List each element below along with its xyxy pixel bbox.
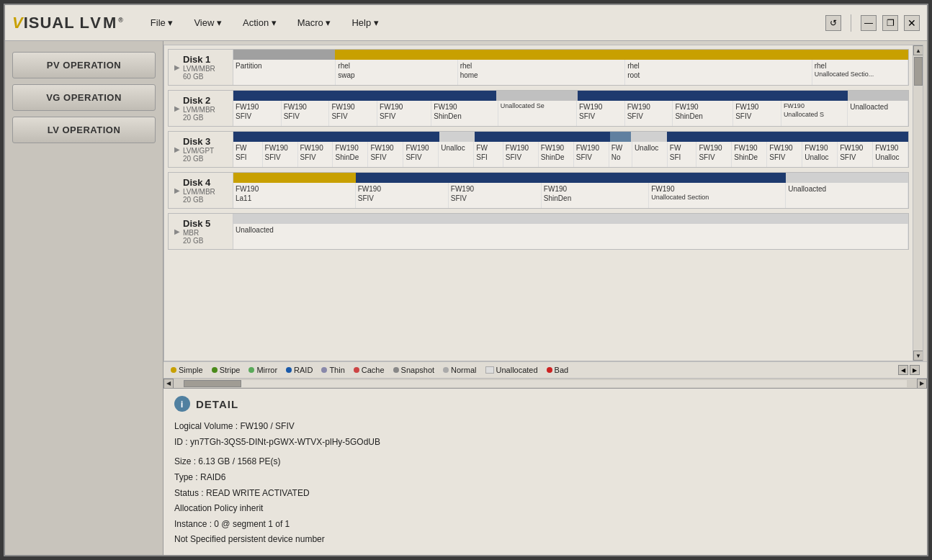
disk5-size: 20 GB: [183, 237, 210, 245]
disk2-seg-12[interactable]: Unalloacted: [848, 101, 908, 126]
disk4-seg-3[interactable]: FW190SFIV: [449, 183, 542, 208]
disk3-label-row: FWSFI FW190SFIV FW190SFIV FW190ShinDe FW…: [233, 142, 908, 167]
disk3-seg-7[interactable]: Unalloc: [439, 142, 474, 167]
disk3-seg-4[interactable]: FW190ShinDe: [333, 142, 368, 167]
detail-size-label: Size : 6.13 GB / 1568 PE(s): [174, 454, 916, 470]
normal-label: Normal: [451, 366, 476, 374]
disk3-seg-12[interactable]: FWNo: [609, 142, 632, 167]
cache-label: Cache: [362, 366, 385, 374]
disk3-seg-13[interactable]: Unalloc: [632, 142, 668, 167]
disk3-seg-5[interactable]: FW190SFIV: [368, 142, 403, 167]
menu-action[interactable]: Action ▾: [234, 14, 285, 32]
disk3-seg-18[interactable]: FW190Unalloc: [802, 142, 838, 167]
disk4-seg-1[interactable]: FW190La11: [233, 183, 356, 208]
disk1-seg-swap[interactable]: rhelswap: [336, 60, 457, 85]
disk3-seg-15[interactable]: FW190SFIV: [696, 142, 732, 167]
disk3-seg-6[interactable]: FW190SFIV: [403, 142, 439, 167]
disk5-seg-1[interactable]: Unalloacted: [233, 224, 908, 249]
menubar-left: VISUAL LVM® File ▾ View ▾ Action ▾ Macro…: [12, 14, 387, 32]
disk-scrollbar[interactable]: ▲ ▼: [913, 45, 923, 361]
disk4-seg-4[interactable]: FW190ShinDen: [542, 183, 649, 208]
disk3-seg-8[interactable]: FWSFI: [474, 142, 503, 167]
menu-help[interactable]: Help ▾: [343, 14, 387, 32]
disk3-seg-20[interactable]: FW190Unalloc: [873, 142, 908, 167]
disk4-type: LVM/MBR: [183, 188, 215, 196]
disk5-label-row: Unalloacted: [233, 224, 908, 249]
disk-row-2: ▶ Disk 2 LVM/MBR 20 GB: [168, 90, 909, 127]
vg-operation-button[interactable]: VG OPERATION: [12, 84, 156, 111]
disk3-seg-2[interactable]: FW190SFIV: [263, 142, 298, 167]
disk1-arrow[interactable]: ▶: [174, 63, 180, 71]
disk3-seg-16[interactable]: FW190ShinDe: [732, 142, 767, 167]
disk3-seg-17[interactable]: FW190SFIV: [767, 142, 802, 167]
disk4-name: Disk 4: [183, 177, 215, 188]
disk4-seg-2[interactable]: FW190SFIV: [356, 183, 449, 208]
disk2-seg-6[interactable]: Unallocated Se: [498, 101, 577, 126]
bad-label: Bad: [555, 366, 569, 374]
unallocated-box: [485, 366, 494, 374]
legend-cache: Cache: [354, 366, 385, 374]
disk2-seg-2[interactable]: FW190SFIV: [282, 101, 330, 126]
disk3-seg-11[interactable]: FW190SFIV: [574, 142, 609, 167]
scroll-track: [913, 55, 923, 351]
hscroll-left-btn[interactable]: ◀: [163, 379, 174, 389]
minimize-button[interactable]: —: [861, 15, 877, 31]
disk2-arrow[interactable]: ▶: [174, 104, 180, 112]
main-content: PV OPERATION VG OPERATION LV OPERATION ▶: [5, 41, 927, 555]
scroll-down-btn[interactable]: ▼: [913, 351, 923, 361]
refresh-button[interactable]: ↺: [825, 15, 841, 31]
disk2-seg-5[interactable]: FW190ShinDen: [431, 101, 498, 126]
disk2-seg-3[interactable]: FW190SFIV: [329, 101, 377, 126]
disk2-seg-11[interactable]: FW190Unallocated S: [781, 101, 848, 126]
legend-normal: Normal: [443, 366, 476, 374]
disk2-size: 20 GB: [183, 114, 215, 122]
hscroll-track: [184, 380, 907, 387]
stripe-label: Stripe: [220, 366, 241, 374]
disk2-seg-9[interactable]: FW190ShinDen: [673, 101, 733, 126]
mirror-dot: [248, 367, 254, 373]
disk3-arrow[interactable]: ▶: [174, 145, 180, 153]
app-window: VISUAL LVM® File ▾ View ▾ Action ▾ Macro…: [4, 4, 928, 556]
horizontal-scrollbar[interactable]: ◀ ▶: [163, 378, 927, 388]
menubar: VISUAL LVM® File ▾ View ▾ Action ▾ Macro…: [5, 5, 927, 41]
disk2-info: ▶ Disk 2 LVM/MBR 20 GB: [169, 91, 233, 126]
disk3-seg-1[interactable]: FWSFI: [233, 142, 263, 167]
disk3-seg-19[interactable]: FW190SFIV: [838, 142, 873, 167]
close-button[interactable]: ✕: [904, 15, 920, 31]
legend-raid: RAID: [286, 366, 313, 374]
detail-title: DETAIL: [196, 398, 238, 410]
legend-scroll-left[interactable]: ◀: [898, 365, 908, 375]
disks-scroll[interactable]: ▶ Disk 1 LVM/MBR 60 GB: [164, 45, 913, 361]
disk3-seg-10[interactable]: FW190ShinDe: [539, 142, 574, 167]
lv-operation-button[interactable]: LV OPERATION: [12, 117, 156, 143]
disk2-seg-10[interactable]: FW190SFIV: [733, 101, 781, 126]
maximize-button[interactable]: ❐: [882, 15, 898, 31]
disk3-seg-9[interactable]: FW190SFIV: [503, 142, 539, 167]
scroll-thumb[interactable]: [914, 57, 923, 86]
hscroll-right-btn[interactable]: ▶: [917, 379, 927, 389]
disk3-seg-3[interactable]: FW190SFIV: [298, 142, 333, 167]
hscroll-thumb[interactable]: [184, 380, 241, 387]
disk4-seg-5[interactable]: FW190Unallocated Section: [649, 183, 786, 208]
menu-view[interactable]: View ▾: [185, 14, 230, 32]
menu-file[interactable]: File ▾: [142, 14, 182, 32]
disk2-seg-7[interactable]: FW190SFIV: [577, 101, 625, 126]
disk5-arrow[interactable]: ▶: [174, 227, 180, 235]
disk4-arrow[interactable]: ▶: [174, 186, 180, 194]
disk2-seg-1[interactable]: FW190SFIV: [233, 101, 282, 126]
pv-operation-button[interactable]: PV OPERATION: [12, 52, 156, 78]
disk1-seg-partition[interactable]: Partition: [233, 60, 336, 85]
disk1-seg-root[interactable]: rhelroot: [625, 60, 812, 85]
legend-scroll-right[interactable]: ▶: [910, 365, 920, 375]
stripe-dot: [212, 367, 218, 373]
disk4-seg-6[interactable]: Unalloacted: [786, 183, 908, 208]
scroll-up-btn[interactable]: ▲: [913, 45, 923, 55]
disk1-seg-unalloc[interactable]: rhelUnallocated Sectio...: [812, 60, 908, 85]
disk2-seg-8[interactable]: FW190SFIV: [625, 101, 673, 126]
disk2-seg-4[interactable]: FW190SFIV: [377, 101, 431, 126]
disk1-seg-home[interactable]: rhelhome: [458, 60, 626, 85]
menubar-right: ↺ — ❐ ✕: [825, 14, 920, 32]
disk1-type: LVM/MBR: [183, 65, 215, 73]
disk3-seg-14[interactable]: FWSFI: [668, 142, 697, 167]
menu-macro[interactable]: Macro ▾: [289, 14, 340, 32]
